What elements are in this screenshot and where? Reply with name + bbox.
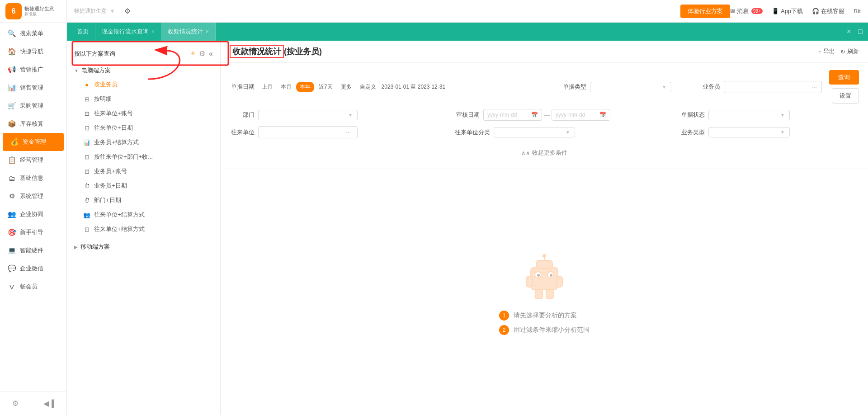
trial-industry-button[interactable]: 体验行业方案 — [680, 5, 730, 18]
page-title-highlight: 收款情况统计 — [230, 45, 284, 58]
add-scheme-btn[interactable]: + — [191, 49, 196, 58]
scheme-panel: 按以下方案查询 + ⚙ « ▼ 电脑端方案 ● 按业务员 — [67, 41, 221, 415]
basic-nav-icon: 🗂 — [7, 174, 16, 183]
filter-area: 单据日期 上月 本月 本年 近7天 更多 自定义 20 — [221, 63, 868, 169]
scheme-item-partner-date[interactable]: ⊡ 往来单位+日期 — [67, 121, 220, 135]
date-filter-control: 上月 本月 本年 近7天 更多 自定义 2023-01-01 至 2023-12… — [258, 82, 554, 92]
date-tab-7days[interactable]: 近7天 — [315, 82, 336, 92]
tab-receivable-stats[interactable]: 收款情况统计 × — [161, 23, 216, 41]
date-tab-custom[interactable]: 自定义 — [356, 82, 380, 92]
sidebar-item-sales[interactable]: 📊 销售管理 — [0, 79, 66, 97]
scheme-item-salesperson-account[interactable]: ⊡ 业务员+账号 — [67, 164, 220, 179]
scheme-settings-btn[interactable]: ⚙ — [199, 49, 205, 58]
scheme-table2-icon: ⊡ — [83, 124, 90, 132]
partner-category-select[interactable]: ▼ — [494, 127, 575, 137]
scheme-item-partner-settlement2[interactable]: ⊡ 往来单位+结算方式 — [67, 222, 220, 236]
date-tab-this-month[interactable]: 本月 — [277, 82, 295, 92]
breadcrumb-arrow: ▼ — [109, 8, 115, 14]
scheme-item-by-salesperson[interactable]: ● 按业务员 — [67, 77, 220, 92]
sidebar-item-quicknav[interactable]: 🏠 快捷导航 — [0, 42, 66, 61]
scheme-item-partner-account[interactable]: ⊡ 往来单位+账号 — [67, 106, 220, 121]
filter-business-type-item: 业务类型 ▼ — [680, 127, 807, 137]
partner-more-btn[interactable]: ··· — [344, 129, 353, 136]
sidebar-item-finance[interactable]: 💰 资金管理 — [3, 133, 64, 151]
query-button[interactable]: 查询 — [829, 70, 859, 85]
date-tab-more[interactable]: 更多 — [337, 82, 355, 92]
online-service-btn[interactable]: 🎧 在线客服 — [812, 7, 844, 15]
maximize-window-btn[interactable]: □ — [856, 26, 864, 38]
filter-settings-button[interactable]: 设置 — [832, 88, 859, 104]
scheme-clock1-icon: ⏱ — [83, 182, 90, 189]
svg-point-7 — [542, 254, 546, 258]
desktop-scheme-group: ▼ 电脑端方案 ● 按业务员 ⊞ 按明细 ⊡ 往来单位+账号 — [67, 62, 220, 238]
hint-num-1: 1 — [499, 311, 509, 321]
page-body: 按以下方案查询 + ⚙ « ▼ 电脑端方案 ● 按业务员 — [67, 41, 868, 415]
sidebar-item-hardware[interactable]: 💻 智能硬件 — [0, 241, 66, 259]
sidebar-item-guide[interactable]: 🎯 新手引导 — [0, 223, 66, 241]
export-icon: ↑ — [819, 48, 822, 55]
wechat-nav-icon: 💬 — [7, 264, 16, 273]
collapse-footer-btn[interactable]: ◀▐ — [41, 396, 57, 410]
download-icon: 📱 — [772, 8, 779, 14]
refresh-button[interactable]: ↻ 刷新 — [840, 47, 859, 56]
scheme-item-by-detail[interactable]: ⊞ 按明细 — [67, 92, 220, 106]
empty-robot-icon — [517, 249, 571, 303]
sales-nav-icon: 📊 — [7, 83, 16, 92]
scheme-detail-icon: ⊞ — [83, 95, 90, 103]
scheme-table4-icon: ⊡ — [83, 168, 90, 175]
partner-control: ··· — [258, 126, 448, 138]
approval-date-end[interactable]: yyyy-mm-dd 📅 — [552, 109, 610, 121]
tab-home[interactable]: 首页 — [71, 23, 95, 41]
tab-close-receivable[interactable]: × — [206, 28, 209, 35]
filter-row-3: 往来单位 ··· 往来单位分类 — [230, 126, 859, 138]
scheme-table5-icon: ⊡ — [83, 226, 90, 233]
scheme-item-salesperson-date[interactable]: ⏱ 业务员+日期 — [67, 179, 220, 193]
sidebar-item-wechat[interactable]: 💬 企业微信 — [0, 259, 66, 278]
voucher-type-select[interactable]: ▼ — [590, 82, 671, 92]
date-tab-this-year[interactable]: 本年 — [296, 82, 314, 92]
close-window-btn[interactable]: × — [845, 26, 853, 38]
sidebar-footer: ⚙ ◀▐ — [0, 391, 66, 415]
tab-bar-actions: × □ — [845, 26, 864, 38]
sidebar-item-system[interactable]: ⚙ 系统管理 — [0, 187, 66, 205]
sidebar-item-basic[interactable]: 🗂 基础信息 — [0, 169, 66, 187]
gear-settings-btn[interactable]: ⚙ — [124, 7, 131, 15]
salesperson-select[interactable]: ··· — [724, 81, 822, 93]
settings-footer-btn[interactable]: ⚙ — [9, 396, 21, 410]
partner-category-label: 往来单位分类 — [455, 128, 490, 137]
mobile-group-header[interactable]: ▶ 移动端方案 — [67, 240, 220, 254]
scheme-person-icon: ● — [83, 81, 90, 88]
scheme-item-partner-dept-collect[interactable]: ⊡ 按往来单位+部门+收... — [67, 150, 220, 164]
dept-select[interactable]: ▼ — [258, 110, 358, 120]
scheme-item-salesperson-settlement[interactable]: 📊 业务员+结算方式 — [67, 135, 220, 150]
sidebar-item-operations[interactable]: 📋 经营管理 — [0, 151, 66, 169]
app-download-btn[interactable]: 📱 App下载 — [772, 7, 803, 15]
tab-close-bank-flow[interactable]: × — [151, 28, 155, 35]
operations-nav-icon: 📋 — [7, 156, 16, 165]
scheme-item-partner-settlement1[interactable]: 👥 往来单位+结算方式 — [67, 208, 220, 222]
voucher-status-control: ▼ — [708, 110, 807, 120]
tab-bank-flow[interactable]: 现金银行流水查询 × — [95, 23, 161, 41]
user-name-btn[interactable]: Rit — [854, 8, 861, 14]
export-button[interactable]: ↑ 导出 — [819, 47, 835, 56]
sidebar-item-purchase[interactable]: 🛒 采购管理 — [0, 97, 66, 115]
filter-salesperson-item: 业务员 ··· — [695, 81, 822, 93]
sidebar-item-marketing[interactable]: 📢 营销推广 — [0, 61, 66, 79]
sidebar-item-member[interactable]: V 畅会员 — [0, 278, 66, 296]
filter-partner-item: 往来单位 ··· — [230, 126, 448, 138]
partner-select[interactable]: ··· — [258, 126, 358, 138]
inventory-nav-icon: 📦 — [7, 119, 16, 128]
scheme-item-dept-date[interactable]: ⏱ 部门+日期 — [67, 193, 220, 208]
desktop-group-header[interactable]: ▼ 电脑端方案 — [67, 64, 220, 77]
sidebar-item-search[interactable]: 🔍 搜索菜单 — [0, 24, 66, 42]
more-icon: ··· — [812, 84, 817, 90]
business-type-select[interactable]: ▼ — [708, 127, 790, 137]
sidebar-item-inventory[interactable]: 📦 库存核算 — [0, 115, 66, 133]
collapse-scheme-btn[interactable]: « — [209, 50, 213, 58]
sidebar-item-collab[interactable]: 👥 企业协同 — [0, 205, 66, 223]
collapse-more-btn[interactable]: ∧∧ 收起更多条件 — [230, 144, 859, 161]
approval-date-start[interactable]: yyyy-mm-dd 📅 — [483, 109, 542, 121]
date-tab-last-month[interactable]: 上月 — [258, 82, 276, 92]
message-btn[interactable]: ✉ 消息 99+ — [730, 7, 763, 15]
voucher-status-select[interactable]: ▼ — [708, 110, 790, 120]
